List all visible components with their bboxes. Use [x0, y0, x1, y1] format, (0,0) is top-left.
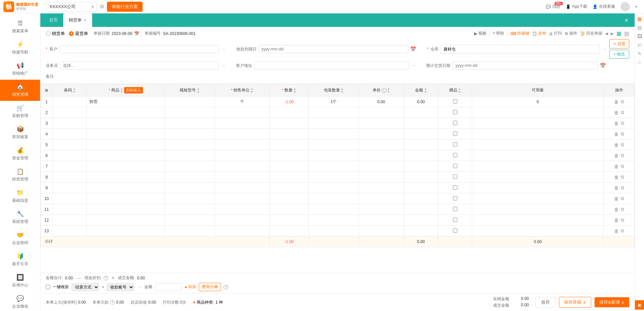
row-unit-price-7[interactable] [358, 161, 404, 172]
customer-addr-input[interactable] [254, 62, 409, 70]
radio-sales-order[interactable]: 销货单 [46, 31, 65, 37]
minus-btn[interactable]: — [76, 275, 81, 281]
row-unit-12[interactable] [215, 215, 269, 226]
row-qty-12[interactable] [269, 215, 308, 226]
rp-star-btn[interactable]: ☆ [636, 59, 644, 67]
row-unit-price-2[interactable] [358, 107, 404, 118]
sidebar-item-search[interactable]: ☰ 搜索菜单 [0, 16, 40, 37]
row-qty-4[interactable] [269, 129, 308, 140]
sort-unit[interactable]: ▲▼ [251, 87, 253, 93]
row-spec-7[interactable] [165, 161, 215, 172]
scan-btn[interactable]: 扫码录入 [124, 87, 143, 93]
row-spec-8[interactable] [165, 172, 215, 183]
row-unit-price-13[interactable] [358, 226, 404, 236]
expense-split-btn[interactable]: 费用分摊 [199, 283, 221, 291]
trial-btn[interactable]: 体验行业方案 [107, 2, 143, 12]
avatar[interactable] [620, 2, 630, 11]
row-product-6[interactable] [87, 150, 165, 161]
row-amount-4[interactable] [404, 129, 438, 140]
row-qty-3[interactable] [269, 118, 308, 129]
sidebar-item-system[interactable]: 🔧 系统管理 [0, 207, 40, 228]
row-gift-3[interactable] [438, 118, 472, 129]
copy-icon[interactable]: ⧉ [621, 153, 624, 158]
sidebar-item-operations[interactable]: 📋 经营管理 [0, 164, 40, 186]
row-unit-price-10[interactable] [358, 193, 404, 204]
row-gift-10[interactable] [438, 193, 472, 204]
row-pkg-qty-1[interactable]: 1个 [309, 96, 358, 107]
delete-icon[interactable]: 🗑 [614, 218, 619, 223]
sort-qty[interactable]: ▲▼ [294, 87, 296, 93]
row-unit-1[interactable]: 个 [215, 96, 269, 107]
row-unit-7[interactable] [215, 161, 269, 172]
radio-return-order[interactable]: 退货单 [69, 31, 88, 37]
row-barcode-3[interactable] [53, 118, 87, 129]
online-service-btn[interactable]: 👤 在线客服 [593, 4, 615, 9]
row-amount-5[interactable] [404, 140, 438, 150]
row-product-5[interactable] [87, 140, 165, 150]
row-unit-price-4[interactable] [358, 129, 404, 140]
customer-dots-btn[interactable]: ··· [222, 47, 226, 51]
row-spec-12[interactable] [165, 215, 215, 226]
row-gift-6[interactable] [438, 150, 472, 161]
company-selector[interactable]: XXXXXX公司 ▾ [46, 2, 97, 11]
row-spec-9[interactable] [165, 183, 215, 193]
sidebar-item-enterprise[interactable]: 🤝 企业协同 [0, 228, 40, 249]
rp-img1-btn[interactable]: 🖼 [636, 32, 644, 40]
row-gift-7[interactable] [438, 161, 472, 172]
sidebar-item-marketing[interactable]: 📢 营销推广 [0, 59, 40, 80]
row-qty-13[interactable] [269, 226, 308, 236]
row-product-10[interactable] [87, 193, 165, 204]
row-unit-5[interactable] [215, 140, 269, 150]
row-product-12[interactable] [87, 215, 165, 226]
row-gift-12[interactable] [438, 215, 472, 226]
row-qty-1[interactable]: -1.00 [269, 96, 308, 107]
sidebar-item-purchase[interactable]: 🛒 采购管理 [0, 101, 40, 122]
row-barcode-13[interactable] [53, 226, 87, 236]
delete-icon[interactable]: 🗑 [614, 207, 619, 212]
sidebar-item-shortcut[interactable]: ⚡ 快捷导航 [0, 37, 40, 59]
row-unit-6[interactable] [215, 150, 269, 161]
row-qty-7[interactable] [269, 161, 308, 172]
row-unit-price-8[interactable] [358, 172, 404, 183]
sidebar-item-finance[interactable]: 💰 资金管理 [0, 143, 40, 164]
salesperson-dots-btn[interactable]: ··· [222, 63, 225, 68]
account-select[interactable]: 收款账号 [107, 283, 134, 291]
sidebar-item-sales[interactable]: 🏠 销售管理 [0, 80, 40, 101]
nav-prev-btn[interactable]: ◀ [605, 31, 608, 36]
row-unit-price-3[interactable] [358, 118, 404, 129]
sort-spec[interactable]: ▲▼ [197, 87, 199, 93]
row-gift-5[interactable] [438, 140, 472, 150]
message-btn[interactable]: 💬 消息 99+ [546, 4, 560, 9]
row-barcode-7[interactable] [53, 161, 87, 172]
sidebar-item-inventory[interactable]: 📦 库存核算 [0, 122, 40, 143]
settlement-select[interactable]: 结算方式 [72, 283, 99, 291]
row-spec-1[interactable] [165, 96, 215, 107]
row-unit-2[interactable] [215, 107, 269, 118]
expense-help-icon[interactable]: ? [224, 285, 228, 289]
product-type-icon[interactable]: ● [193, 300, 195, 305]
row-amount-9[interactable] [404, 183, 438, 193]
row-qty-9[interactable] [269, 183, 308, 193]
settings-icon[interactable]: ⚙ [100, 3, 104, 10]
delete-icon[interactable]: 🗑 [614, 164, 619, 169]
sidebar-item-app-center[interactable]: 🔲 应用中心 [0, 270, 40, 291]
row-unit-4[interactable] [215, 129, 269, 140]
copy-icon[interactable]: ⧉ [621, 163, 624, 169]
row-unit-3[interactable] [215, 118, 269, 129]
row-unit-price-6[interactable] [358, 150, 404, 161]
delivery-date-input[interactable] [452, 62, 598, 70]
row-barcode-1[interactable] [53, 96, 87, 107]
notes-input[interactable] [56, 72, 629, 80]
row-amount-6[interactable] [404, 150, 438, 161]
row-pkg-qty-8[interactable] [309, 172, 358, 183]
row-amount-10[interactable] [404, 193, 438, 204]
row-product-2[interactable] [87, 107, 165, 118]
row-spec-5[interactable] [165, 140, 215, 150]
delete-icon[interactable]: 🗑 [614, 99, 619, 105]
sort-price[interactable]: ▲▼ [387, 87, 390, 93]
row-unit-11[interactable] [215, 204, 269, 215]
row-pkg-qty-12[interactable] [309, 215, 358, 226]
row-spec-3[interactable] [165, 118, 215, 129]
row-amount-2[interactable] [404, 107, 438, 118]
row-barcode-10[interactable] [53, 193, 87, 204]
